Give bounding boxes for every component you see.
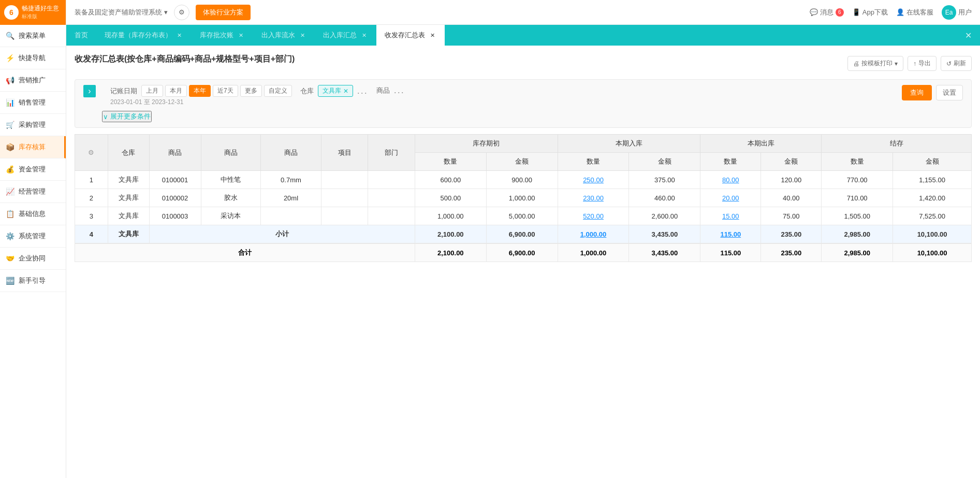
warehouse-tag-label: 文具库: [323, 86, 341, 95]
sidebar-item-label: 搜索菜单: [19, 31, 46, 40]
sidebar-header: 6 畅捷通好生意 标准版: [0, 0, 66, 25]
user-action[interactable]: Ea 用户: [942, 5, 972, 20]
service-icon: 👤: [896, 8, 904, 16]
export-btn[interactable]: ↑ 导出: [908, 56, 937, 71]
table-row: 2 文具库 0100002 胶水 20ml 500.00 1,000.00 23…: [75, 189, 972, 207]
table-row: 1 文具库 0100001 中性笔 0.7mm 600.00 900.00 25…: [75, 171, 972, 189]
row-warehouse: 文具库: [108, 171, 149, 189]
subtotal-in-qty[interactable]: 1,000.00: [558, 225, 629, 244]
date-btn-custom[interactable]: 自定义: [264, 85, 292, 97]
row-out-qty[interactable]: 20.00: [700, 189, 761, 207]
filter-settings-btn[interactable]: 设置: [936, 85, 963, 100]
settings-button[interactable]: ⚙: [174, 5, 189, 20]
tab-出入库汇总[interactable]: 出入库汇总✕: [315, 25, 376, 46]
guide-icon: 🆕: [5, 276, 14, 285]
subtotal-warehouse: 文具库: [108, 225, 149, 244]
messages-badge: 6: [836, 8, 844, 17]
sidebar-item-collaboration[interactable]: 🤝企业协同: [0, 248, 66, 270]
row-in-qty[interactable]: 250.00: [558, 171, 629, 189]
footer-bal-qty: 2,985.00: [822, 243, 893, 262]
outbound-header: 本期出库: [700, 135, 822, 153]
goods-more-dots[interactable]: ...: [394, 85, 405, 96]
tab-首页[interactable]: 首页: [66, 25, 96, 46]
row-out-qty[interactable]: 80.00: [700, 171, 761, 189]
row-in-qty[interactable]: 520.00: [558, 207, 629, 225]
tab-close-icon[interactable]: ✕: [298, 31, 306, 39]
row-out-amt: 40.00: [761, 189, 822, 207]
sidebar-item-label: 销售管理: [19, 98, 46, 107]
avatar: Ea: [942, 5, 956, 20]
filter-expand-arrow[interactable]: ›: [83, 85, 96, 97]
sidebar-item-basic-info[interactable]: 📋基础信息: [0, 203, 66, 225]
expand-conditions-btn[interactable]: ∨ 展开更多条件: [102, 111, 152, 122]
subtotal-open-qty: 2,100.00: [415, 225, 486, 244]
sidebar-item-label: 资金管理: [19, 165, 46, 174]
tab-收发存汇总表[interactable]: 收发存汇总表✕: [376, 25, 445, 46]
tab-close-icon[interactable]: ✕: [360, 31, 368, 39]
sidebar-item-guide[interactable]: 🆕新手引导: [0, 270, 66, 292]
date-btn-last-month[interactable]: 上月: [141, 85, 163, 97]
experience-button[interactable]: 体验行业方案: [196, 5, 251, 20]
row-bal-amt: 7,525.00: [893, 207, 972, 225]
system-selector[interactable]: 装备及固定资产辅助管理系统 ▾: [75, 8, 168, 17]
query-btn[interactable]: 查询: [902, 85, 932, 100]
sidebar-item-finance[interactable]: 💰资金管理: [0, 158, 66, 181]
row-name: 胶水: [201, 189, 261, 207]
subtotal-out-amt: 235.00: [761, 225, 822, 244]
row-in-qty[interactable]: 230.00: [558, 189, 629, 207]
date-btn-7days[interactable]: 近7天: [213, 85, 238, 97]
row-open-amt: 1,000.00: [486, 189, 558, 207]
spec-header: 商品: [261, 135, 321, 171]
sidebar-item-marketing[interactable]: 📢营销推广: [0, 69, 66, 92]
print-template-btn[interactable]: 🖨 按模板打印 ▾: [847, 56, 903, 71]
tab-close-icon[interactable]: ✕: [237, 31, 245, 39]
date-btn-this-year[interactable]: 本年: [189, 85, 211, 97]
finance-icon: 💰: [5, 165, 14, 174]
row-out-qty[interactable]: 15.00: [700, 207, 761, 225]
table-body: 1 文具库 0100001 中性笔 0.7mm 600.00 900.00 25…: [75, 171, 972, 244]
date-btn-more[interactable]: 更多: [240, 85, 262, 97]
tab-close-icon[interactable]: ✕: [428, 31, 436, 39]
sidebar-item-quick-nav[interactable]: ⚡快捷导航: [0, 47, 66, 69]
warehouse-tag: 文具库 ✕: [318, 85, 353, 97]
footer-out-amt: 235.00: [761, 243, 822, 262]
tab-现存量（库存分布表）[interactable]: 现存量（库存分布表）✕: [96, 25, 192, 46]
online-service-action[interactable]: 👤 在线客服: [896, 8, 933, 17]
system-name: 装备及固定资产辅助管理系统: [75, 8, 162, 17]
refresh-icon: ↺: [946, 60, 952, 67]
warehouse-tag-close[interactable]: ✕: [343, 88, 348, 95]
refresh-btn[interactable]: ↺ 刷新: [941, 56, 972, 71]
user-label: 用户: [958, 8, 972, 17]
row-dept: [368, 171, 415, 189]
footer-bal-amt: 10,100.00: [893, 243, 972, 262]
row-code: 0100001: [149, 171, 201, 189]
chevron-down-icon: ▾: [164, 8, 168, 16]
code-header: 商品: [149, 135, 201, 171]
sidebar-item-sales[interactable]: 📊销售管理: [0, 92, 66, 114]
management-icon: 📈: [5, 187, 14, 196]
table-settings-header[interactable]: ⚙: [75, 135, 108, 171]
subtotal-in-amt: 3,435.00: [629, 225, 700, 244]
row-open-qty: 1,000.00: [415, 207, 486, 225]
sidebar-item-management[interactable]: 📈经营管理: [0, 181, 66, 203]
tab-bar-close-btn[interactable]: ✕: [957, 25, 980, 46]
tab-label: 收发存汇总表: [385, 31, 425, 40]
sidebar-item-search[interactable]: 🔍搜索菜单: [0, 25, 66, 47]
subtotal-out-qty[interactable]: 115.00: [700, 225, 761, 244]
tab-close-icon[interactable]: ✕: [175, 31, 183, 39]
download-icon: 📱: [852, 8, 860, 16]
date-btn-this-month[interactable]: 本月: [165, 85, 187, 97]
row-bal-qty: 710.00: [822, 189, 893, 207]
row-code: 0100003: [149, 207, 201, 225]
sidebar-item-system[interactable]: ⚙️系统管理: [0, 225, 66, 248]
sidebar-item-purchase[interactable]: 🛒采购管理: [0, 114, 66, 136]
row-spec: 0.7mm: [261, 171, 321, 189]
warehouse-more-dots[interactable]: ...: [357, 85, 368, 96]
tab-出入库流水[interactable]: 出入库流水✕: [253, 25, 315, 46]
sidebar-item-label: 经营管理: [19, 187, 46, 196]
app-download-action[interactable]: 📱 App下载: [852, 8, 888, 17]
row-name: 采访本: [201, 207, 261, 225]
messages-action[interactable]: 💬 消息 6: [810, 8, 844, 17]
sidebar-item-inventory[interactable]: 📦库存核算: [0, 136, 66, 158]
tab-库存批次账[interactable]: 库存批次账✕: [192, 25, 253, 46]
